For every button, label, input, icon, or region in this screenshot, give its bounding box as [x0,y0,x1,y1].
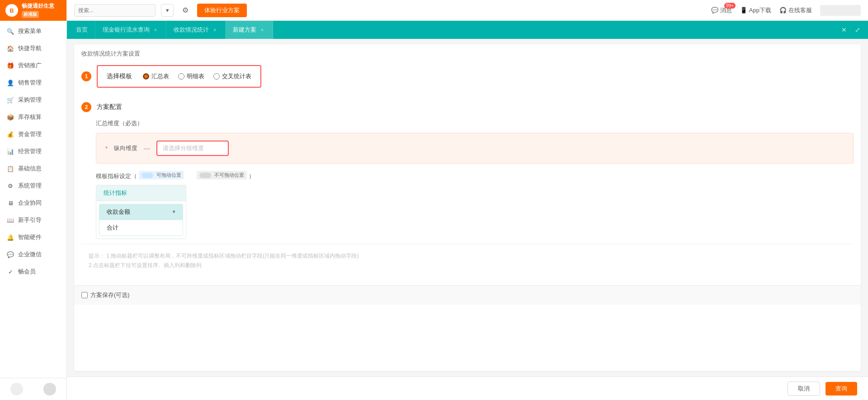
sidebar-item-cooperation[interactable]: 🖥 企业协同 [0,194,66,212]
step1-badge: 1 [81,71,91,81]
dimension-select[interactable]: 请选择分组维度 [156,141,229,156]
chevron-down-icon[interactable]: ▾ [173,209,175,215]
radio-cross-label: 交叉统计表 [222,72,251,80]
sidebar-item-purchase[interactable]: 🛒 采购管理 [0,91,66,108]
tab-collection-close[interactable]: × [212,27,218,33]
search-icon: 🔍 [6,27,14,35]
sidebar-item-operation[interactable]: 📊 经营管理 [0,143,66,160]
metric-table: 统计指标 收款金额 ▾ 合计 [96,185,186,239]
user-avatar[interactable] [820,5,861,16]
save-label: 方案保存(可选) [90,291,130,299]
template-section: 选择模板 汇总表 明细表 [97,65,261,88]
settings-button[interactable]: ⚙ [179,4,192,17]
dimension-row: * 纵向维度 — 请选择分组维度 [105,141,844,156]
sidebar-item-label: 畅会员 [18,268,36,276]
radio-cross[interactable]: 交叉统计表 [213,72,251,80]
metric-header-row[interactable]: 收款金额 ▾ [99,204,183,220]
metric-table-header: 统计指标 [96,185,186,201]
save-option-row: 方案保存(可选) [74,285,861,305]
page-footer: 取消 查询 [67,376,868,400]
logo-text: 畅捷通好生意 [22,3,54,10]
content-card: 收款情况统计方案设置 1 选择模板 汇总表 [74,44,861,371]
member-icon: ✓ [6,268,14,276]
tab-home-label: 首页 [76,26,88,34]
page-title: 收款情况统计方案设置 [74,44,861,58]
sidebar-item-label: 采购管理 [18,96,42,104]
download-icon: 📱 [740,7,747,14]
online-support-button[interactable]: 🎧 在线客服 [779,6,812,14]
save-checkbox[interactable] [81,292,88,298]
tip-2: 2.点击标题栏下拉可设置排序、插入列和删除列 [89,261,846,271]
top-header: ▾ ⚙ 体验行业方案 💬 消息 99+ 📱 App下载 🎧 在线客服 [67,0,868,21]
arrow-icon: — [144,145,150,152]
sidebar-item-capital[interactable]: 💰 资金管理 [0,126,66,143]
trial-button[interactable]: 体验行业方案 [197,4,247,17]
radio-summary-input[interactable] [143,73,149,80]
tab-maximize-btn[interactable]: ⤢ [853,25,863,35]
metric-row-label: 合计 [107,224,118,231]
tab-close-btn[interactable]: ✕ [839,25,849,35]
step2-label: 方案配置 [97,103,122,111]
sidebar-item-label: 企业协同 [18,199,42,207]
tab-bank-close[interactable]: × [152,27,159,33]
user-icon: 👤 [6,79,14,87]
tip-1: 提示： 1.拖动标题栏可以调整布局，不可跨维度或指标区域拖动栏目字段(只能在同一… [89,251,846,261]
radio-summary-label: 汇总表 [151,72,169,80]
radio-detail-input[interactable] [178,73,184,80]
tab-bank[interactable]: 现金银行流水查询 × [95,21,166,39]
sidebar-item-wechat[interactable]: 💬 企业微信 [0,246,66,263]
query-button[interactable]: 查询 [826,382,857,395]
required-star: * [105,145,108,152]
sidebar-item-label: 营销推广 [18,61,42,70]
support-label: 在线客服 [788,6,812,14]
sidebar-nav: 🔍 搜索菜单 🏠 快捷导航 🎁 营销推广 👤 销售管理 🛒 采购管理 📦 库存核… [0,21,66,378]
notification-button[interactable]: 💬 消息 99+ [711,6,732,14]
radio-summary[interactable]: 汇总表 [143,72,169,80]
bell-icon: 🔔 [6,233,14,241]
app-download-button[interactable]: 📱 App下载 [740,6,771,14]
dimension-area: * 纵向维度 — 请选择分组维度 [96,133,854,164]
sidebar-item-label: 搜索菜单 [18,27,42,35]
metric-group-label: 统计指标 [104,189,127,197]
tab-collection[interactable]: 收款情况统计 × [166,21,226,39]
radio-detail[interactable]: 明细表 [178,72,204,80]
sidebar-item-sales[interactable]: 👤 销售管理 [0,74,66,91]
sidebar-footer-user2[interactable] [43,383,56,395]
sidebar-item-guide[interactable]: 📖 新手引导 [0,212,66,229]
tab-new-plan[interactable]: 新建方案 × [226,21,273,39]
sidebar-item-member[interactable]: ✓ 畅会员 [0,263,66,280]
sidebar-item-inventory[interactable]: 📦 库存核算 [0,108,66,126]
sidebar-item-system[interactable]: ⚙ 系统管理 [0,177,66,194]
box-icon: 📦 [6,113,14,121]
monitor-icon: 🖥 [6,199,14,207]
metric-settings-text: 模板指标设定（ 可拖动位置 不可拖动位置 ） [96,171,255,180]
home-icon: 🏠 [6,44,14,52]
sidebar-item-basic-info[interactable]: 📋 基础信息 [0,160,66,177]
logo-icon: B [5,4,18,17]
sidebar-item-search[interactable]: 🔍 搜索菜单 [0,23,66,40]
logo-badge: 标准版 [22,11,39,18]
main: ▾ ⚙ 体验行业方案 💬 消息 99+ 📱 App下载 🎧 在线客服 首页 [67,0,868,400]
sidebar-item-hardware[interactable]: 🔔 智能硬件 [0,229,66,246]
radio-cross-input[interactable] [213,73,220,80]
notification-badge: 99+ [724,3,736,9]
tab-home[interactable]: 首页 [67,21,95,39]
sidebar: B 畅捷通好生意 标准版 🔍 搜索菜单 🏠 快捷导航 🎁 营销推广 👤 销售管理… [0,0,67,400]
radio-detail-label: 明细表 [187,72,204,80]
message-icon: 💬 [711,7,718,14]
sidebar-footer-user1[interactable] [10,383,23,395]
book-icon: 📖 [6,216,14,224]
header-dropdown-button[interactable]: ▾ [161,4,174,17]
sidebar-item-quick-nav[interactable]: 🏠 快捷导航 [0,40,66,57]
sidebar-item-label: 基础信息 [18,165,42,173]
movable-tag: 可拖动位置 [139,171,184,179]
section-config: 2 方案配置 汇总维度（必选） * 纵向维度 — 请选择分组维度 [74,102,861,285]
breadcrumb-input[interactable] [74,4,156,17]
gift-icon: 🎁 [6,61,14,70]
dimension-group-label: 汇总维度（必选） [96,119,854,127]
sidebar-item-marketing[interactable]: 🎁 营销推广 [0,57,66,74]
cancel-button[interactable]: 取消 [788,381,820,396]
tab-new-plan-close[interactable]: × [259,27,265,33]
template-radio-group: 汇总表 明细表 交叉统计表 [143,72,251,80]
sidebar-item-label: 资金管理 [18,130,42,138]
